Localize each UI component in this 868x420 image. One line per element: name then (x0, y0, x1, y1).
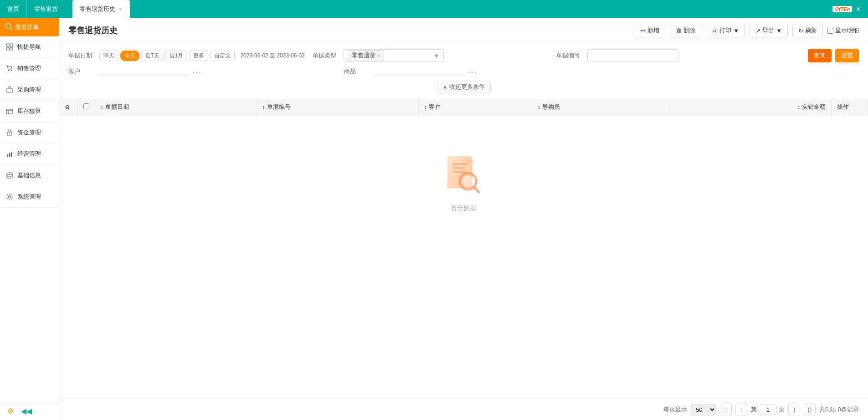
sidebar-item-label: 销售管理 (17, 64, 41, 72)
top-bar-right: OfTEn × (832, 5, 868, 14)
window-close-button[interactable]: × (856, 5, 861, 14)
select-all-checkbox[interactable] (83, 103, 89, 109)
sidebar-item-label: 采购管理 (17, 86, 41, 94)
th-customer: ↕ 客户 (418, 99, 532, 115)
tab-retail-return[interactable]: 零售退货 × (27, 0, 72, 18)
gear-icon (5, 193, 14, 201)
filter-row-1: 单据日期 昨天 今天 近7天 近1月 更多 自定义 2023-06-02 至 2… (68, 49, 859, 62)
tab-retail-return-close[interactable]: × (62, 6, 65, 12)
first-page-button[interactable]: ⟨⟨ (720, 404, 732, 415)
th-settings[interactable]: ⚙ (59, 99, 77, 115)
sidebar-item-label: 快捷导航 (17, 43, 41, 51)
svg-rect-18 (452, 163, 468, 165)
filter-area: 单据日期 昨天 今天 近7天 近1月 更多 自定义 2023-06-02 至 2… (59, 43, 868, 99)
print-button[interactable]: 🖨 打印 ▼ (706, 24, 745, 37)
collapse-icon: ∧ (443, 84, 447, 91)
prev-page-button[interactable]: ⟨ (735, 404, 747, 415)
th-guide: ↕ 导购员 (532, 99, 669, 115)
cart-icon (5, 64, 14, 72)
page-label-before: 第 (751, 405, 757, 414)
svg-line-24 (474, 187, 479, 192)
goods-dots: ··· (468, 68, 478, 76)
next-page-button[interactable]: ⟩ (788, 404, 800, 415)
export-icon: ↗ (755, 27, 760, 34)
tab-retail-return-history[interactable]: 零售退货历史 × (72, 0, 130, 18)
collapse-button[interactable]: ∧ 收起更多条件 (437, 81, 491, 93)
filter-row-2: 客户 ··· 商品 ··· (68, 67, 859, 76)
page-number-input[interactable] (759, 405, 777, 415)
settings-bottom-icon[interactable]: ⚙ (7, 407, 14, 415)
svg-point-23 (462, 176, 473, 187)
sidebar-search-label: 搜索菜单 (15, 23, 39, 31)
setting-button[interactable]: 设置 (835, 49, 859, 62)
export-button[interactable]: ↗ 导出 ▼ (750, 24, 788, 37)
sidebar-item-system[interactable]: 系统管理 (0, 186, 59, 208)
page-input-group: 第 页 (751, 405, 785, 415)
lock-icon (5, 128, 14, 137)
sidebar-item-label: 资金管理 (17, 128, 41, 137)
sidebar-search[interactable]: 搜索菜单 (0, 18, 59, 36)
new-button[interactable]: + + 新增 (634, 24, 665, 37)
query-button[interactable]: 查询 (808, 49, 832, 62)
date-btn-yesterday[interactable]: 昨天 (99, 51, 118, 61)
svg-rect-12 (7, 154, 8, 157)
number-filter-label: 单据编号 (556, 51, 584, 60)
sidebar-item-operation[interactable]: 经营管理 (0, 143, 59, 165)
tab-home[interactable]: 首页 (0, 0, 27, 18)
page-size-select[interactable]: 20 50 100 (691, 404, 716, 415)
sidebar-item-purchase[interactable]: 采购管理 (0, 79, 59, 101)
svg-rect-4 (6, 47, 9, 50)
sidebar-item-quick-nav[interactable]: 快捷导航 (0, 36, 59, 58)
sidebar-item-label: 经营管理 (17, 150, 41, 158)
sidebar-item-finance[interactable]: 资金管理 (0, 122, 59, 143)
sidebar-item-inventory[interactable]: 库存核算 (0, 101, 59, 122)
date-btn-7days[interactable]: 近7天 (141, 51, 164, 61)
svg-rect-5 (10, 47, 13, 50)
tab-retail-return-history-close[interactable]: × (119, 6, 122, 12)
date-btn-more[interactable]: 更多 (189, 51, 208, 61)
display-detail-checkbox-label[interactable]: 显示明细 (827, 26, 859, 35)
export-dropdown-arrow: ▼ (776, 27, 782, 34)
th-checkbox[interactable] (77, 99, 95, 115)
print-icon: 🖨 (712, 27, 718, 34)
customer-dots: ··· (192, 68, 202, 76)
svg-rect-2 (6, 44, 9, 46)
display-detail-checkbox[interactable] (827, 28, 833, 34)
page-header: 零售退货历史 + + 新增 🗑 删除 🖨 打印 ▼ (59, 18, 868, 43)
goods-filter-input[interactable] (375, 67, 466, 76)
refresh-button[interactable]: ↻ 刷新 (792, 24, 823, 37)
date-btn-today[interactable]: 今天 (120, 51, 139, 61)
sidebar-item-sales[interactable]: 销售管理 (0, 58, 59, 79)
date-filter: 昨天 今天 近7天 近1月 更多 自定义 2023-06-02 至 2023-0… (99, 51, 313, 61)
date-btn-1month[interactable]: 近1月 (165, 51, 188, 61)
sound-bottom-icon[interactable]: ◀◀ (21, 407, 32, 415)
table-header: ⚙ ↕ 单据日期 ↕ 单据编号 (59, 99, 868, 115)
data-table: ⚙ ↕ 单据日期 ↕ 单据编号 (59, 99, 868, 249)
th-number: ↕ 单据编号 (257, 99, 418, 115)
delete-button[interactable]: 🗑 删除 (670, 24, 701, 37)
nav-icon (5, 43, 14, 51)
bag-icon (5, 86, 14, 94)
type-tag: 零售退货 × (348, 50, 384, 61)
table-body: 暂无数据 (59, 115, 868, 250)
date-btn-custom[interactable]: 自定义 (210, 51, 235, 61)
th-action: 操作 (832, 99, 868, 115)
search-icon (5, 23, 12, 31)
last-page-button[interactable]: ⟩⟩ (804, 404, 816, 415)
print-dropdown-arrow: ▼ (733, 27, 739, 34)
date-buttons: 昨天 今天 近7天 近1月 更多 自定义 (99, 51, 235, 61)
type-select-arrow: ▼ (434, 52, 440, 59)
goods-filter-label: 商品 (344, 67, 371, 76)
pagination: 每页显示 20 50 100 ⟨⟨ ⟨ 第 页 ⟩ ⟩⟩ 共0页, 0条记录 (59, 399, 868, 420)
svg-point-16 (9, 196, 11, 198)
sidebar-item-basic[interactable]: 基础信息 (0, 165, 59, 186)
type-tag-close[interactable]: × (377, 53, 380, 58)
page-title-row: 零售退货历史 + + 新增 🗑 删除 🖨 打印 ▼ (68, 24, 859, 37)
customer-filter-input[interactable] (99, 67, 190, 76)
number-filter-input[interactable] (587, 49, 678, 62)
th-amount: ↕ 实销金额 (669, 99, 831, 115)
svg-line-1 (10, 28, 12, 30)
table-settings-icon[interactable]: ⚙ (65, 104, 70, 111)
svg-rect-14 (11, 152, 12, 157)
type-filter-select[interactable]: 零售退货 × ▼ (344, 49, 444, 62)
